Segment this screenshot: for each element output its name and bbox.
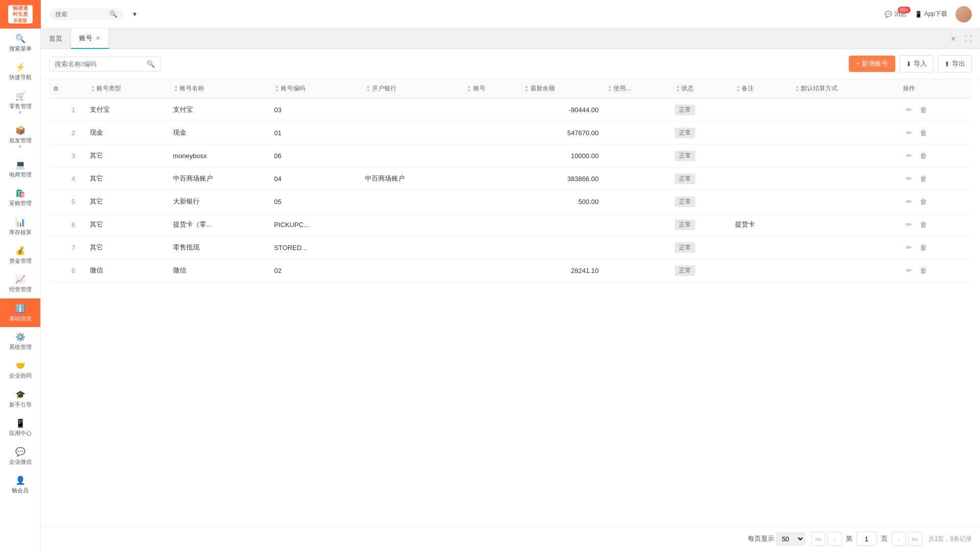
page-total-info: 共1页，8条记录 [928,535,972,543]
per-page-select[interactable]: 50 20 100 [776,533,805,545]
sort-icon-settle: ▲▼ [795,85,799,93]
retail-mgmt-label: 零售管理 [9,103,32,110]
sidebar-item-search-menu[interactable]: 🔍 搜索菜单 [0,29,40,57]
cell-balance-1: 547670.00 [520,121,603,144]
content-actions: + 新增账号 ⬇ 导入 ⬆ 导出 [849,55,972,72]
cell-type-3: 其它 [86,167,169,190]
cell-bank-6 [361,236,462,259]
app-download-button[interactable]: 📱 App下载 [915,10,947,18]
content-search-button[interactable]: 🔍 [141,57,160,71]
content-search-input[interactable] [50,57,141,71]
cell-balance-0: -90444.00 [520,98,603,121]
header-search-input[interactable] [55,11,106,18]
sidebar-item-app-center[interactable]: 📱 应用中心 [0,413,40,442]
th-settings[interactable]: ⚙ [49,79,67,98]
sidebar-item-finance-mgmt[interactable]: 💰 资金管理 [0,241,40,269]
th-account[interactable]: ▲▼ 账号 [462,79,519,98]
cell-type-5: 其它 [86,213,169,236]
cell-account-3 [462,167,519,190]
sidebar-item-basic-info[interactable]: ℹ️ 基础信息 [0,298,40,327]
sort-icon-usage: ▲▼ [608,85,612,93]
th-actions: 操作 [899,79,972,98]
th-default-settle[interactable]: ▲▼ 默认结算方式 [790,79,899,98]
cell-name-0: 支付宝 [169,98,270,121]
th-bank[interactable]: ▲▼ 开户银行 [361,79,462,98]
cell-default-settle-3 [790,167,899,190]
th-type[interactable]: ▲▼ 账号类型 [86,79,169,98]
app-center-icon: 📱 [15,418,26,428]
sidebar-item-purchase-mgmt[interactable]: 🛍️ 采购管理 [0,183,40,212]
th-remark[interactable]: ▲▼ 备注 [731,79,790,98]
user-avatar[interactable] [955,6,972,22]
content-search-box[interactable]: 🔍 [49,57,161,71]
edit-button-6[interactable]: ✏ [903,241,915,254]
th-balance[interactable]: ▲▼ 最新余额 [520,79,603,98]
cell-name-6: 零售抵现 [169,236,270,259]
messages-button[interactable]: 💬 消息 99+ [885,10,906,18]
sort-icon-type: ▲▼ [91,85,95,93]
cell-bank-0 [361,98,462,121]
export-button[interactable]: ⬆ 导出 [938,55,972,72]
sidebar-item-enterprise-wechat[interactable]: 💬 企业微信 [0,442,40,470]
tab-accounts-close-icon[interactable]: ✕ [95,35,101,42]
header-search-icon: 🔍 [109,10,117,18]
edit-button-0[interactable]: ✏ [903,104,915,116]
pagination: ⏮ ‹ 第 页 › ⏭ 共1页，8条记录 [811,532,972,546]
delete-button-5[interactable]: 🗑 [917,218,929,231]
tab-home[interactable]: 首页 [41,29,71,49]
sidebar: 畅捷通时生意乐意版 🔍 搜索菜单 ⚡ 快捷导航 🛒 零售管理 ▼ 📦 批发管理 … [0,0,41,551]
status-badge-1: 正常 [675,128,695,138]
edit-button-2[interactable]: ✏ [903,149,915,162]
close-tab-icon[interactable]: ✕ [948,33,959,45]
delete-button-3[interactable]: 🗑 [917,172,929,185]
header-dropdown[interactable]: ▼ [128,9,142,20]
inventory-label: 库存核算 [9,229,32,236]
sidebar-item-inventory[interactable]: 📊 库存核算 [0,212,40,241]
th-name[interactable]: ▲▼ 账号名称 [169,79,270,98]
new-account-button[interactable]: + 新增账号 [849,56,895,72]
page-first-button[interactable]: ⏮ [811,532,825,546]
th-status[interactable]: ▲▼ 状态 [671,79,731,98]
delete-button-6[interactable]: 🗑 [917,241,929,254]
edit-button-5[interactable]: ✏ [903,218,915,231]
cell-type-4: 其它 [86,190,169,213]
tab-accounts[interactable]: 账号 ✕ [71,29,109,49]
sidebar-item-wholesale-mgmt[interactable]: 📦 批发管理 ▼ [0,120,40,155]
th-num [67,79,86,98]
delete-button-2[interactable]: 🗑 [917,149,929,162]
cell-name-5: 提货卡（零... [169,213,270,236]
th-code[interactable]: ▲▼ 账号编码 [270,79,361,98]
sidebar-item-new-guide[interactable]: 🎓 新手引导 [0,385,40,413]
import-button[interactable]: ⬇ 导入 [899,55,934,72]
delete-button-7[interactable]: 🗑 [917,264,929,277]
main-area: 🔍 ▼ 💬 消息 99+ 📱 App下载 首页 [41,0,980,551]
cell-status-5: 正常 [671,213,731,236]
expand-tab-icon[interactable]: ⛶ [963,33,974,45]
sidebar-item-enterprise-agreement[interactable]: 🤝 企业协同 [0,356,40,384]
page-next-button[interactable]: › [892,532,906,546]
sidebar-item-quick-nav[interactable]: ⚡ 快捷导航 [0,57,40,86]
sidebar-item-ecommerce-mgmt[interactable]: 💻 电商管理 [0,155,40,183]
delete-button-4[interactable]: 🗑 [917,195,929,208]
status-badge-6: 正常 [675,242,695,253]
header-search-box[interactable]: 🔍 [49,8,124,20]
cell-account-1 [462,121,519,144]
enterprise-wechat-icon: 💬 [15,447,26,457]
edit-button-4[interactable]: ✏ [903,195,915,208]
sidebar-item-retail-mgmt[interactable]: 🛒 零售管理 ▼ [0,86,40,120]
edit-button-3[interactable]: ✏ [903,172,915,185]
cell-name-4: 大新银行 [169,190,270,213]
delete-button-1[interactable]: 🗑 [917,127,929,139]
page-last-button[interactable]: ⏭ [908,532,922,546]
page-prev-button[interactable]: ‹ [827,532,842,546]
page-number-input[interactable] [856,532,877,546]
th-usage[interactable]: ▲▼ 使用... [603,79,671,98]
delete-button-0[interactable]: 🗑 [917,104,929,116]
finance-mgmt-icon: 💰 [15,246,26,256]
edit-button-1[interactable]: ✏ [903,127,915,139]
edit-button-7[interactable]: ✏ [903,264,915,277]
cell-default-settle-0 [790,98,899,121]
sidebar-item-ops-mgmt[interactable]: 📈 经营管理 [0,269,40,298]
sidebar-item-system-mgmt[interactable]: ⚙️ 系统管理 [0,327,40,356]
sidebar-item-member[interactable]: 👤 畅会员 [0,470,40,499]
